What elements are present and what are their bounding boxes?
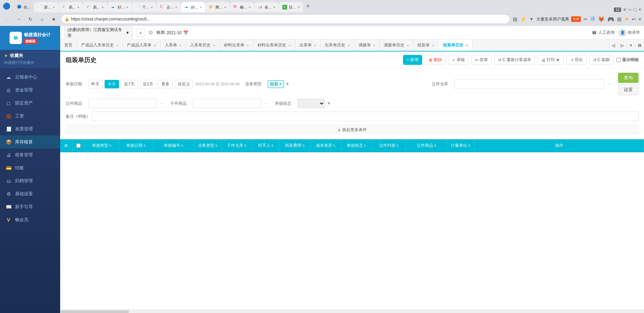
- settings-gear-button[interactable]: ⚙: [148, 29, 153, 36]
- parent-goods-input[interactable]: [88, 99, 157, 108]
- delete-button[interactable]: 🗑 删除: [425, 55, 446, 65]
- page-tab-close-7[interactable]: ×: [314, 43, 316, 47]
- query-button[interactable]: 查询: [618, 73, 639, 83]
- company-selector[interactable]: (勿删勿禁用）江西服宝测试专用 ▼: [64, 26, 133, 40]
- browser-tab-2[interactable]: 📄 新... ×: [34, 2, 58, 12]
- qr-code-button[interactable]: ⊞: [513, 16, 517, 23]
- sidebar-item-fund[interactable]: ◎ 资金管理: [0, 84, 60, 97]
- page-tab-5[interactable]: 材料出库单 ×: [220, 40, 253, 51]
- tab-close-3[interactable]: ×: [77, 5, 79, 9]
- sidebar-item-archive[interactable]: 🗂 归档管理: [0, 174, 60, 187]
- user-avatar[interactable]: 👤 徐泽华: [619, 29, 640, 37]
- custom-btn[interactable]: 自定义: [175, 80, 193, 88]
- tab-close-12[interactable]: ×: [297, 5, 299, 9]
- back-button[interactable]: ←: [3, 15, 12, 24]
- tab-close-2[interactable]: ×: [53, 5, 55, 9]
- tab-close-current[interactable]: ×: [627, 43, 635, 48]
- add-company-button[interactable]: +: [136, 29, 145, 37]
- page-tab-4[interactable]: 入库单历史 ×: [186, 40, 219, 51]
- scrollbar-thumb[interactable]: [61, 310, 129, 313]
- page-tab-close-4[interactable]: ×: [213, 43, 215, 47]
- page-tab-8[interactable]: 出库单历史 ×: [321, 40, 354, 51]
- page-tab-close-8[interactable]: ×: [348, 43, 350, 47]
- tabs-scroll-left[interactable]: ◁: [609, 43, 618, 48]
- notes-input[interactable]: [92, 112, 639, 121]
- emoji-button[interactable]: 🦊: [598, 16, 605, 23]
- th-check[interactable]: [72, 139, 85, 152]
- sidebar-item-basic[interactable]: ⚙ 基础设置: [0, 187, 60, 200]
- page-tab-9[interactable]: 调拨单 ×: [354, 40, 380, 51]
- audit-button[interactable]: ✓ 审核: [448, 55, 469, 65]
- browser-more-button[interactable]: ≡: [639, 16, 641, 22]
- tab-close-6[interactable]: ×: [151, 5, 153, 9]
- tab-close-10[interactable]: ×: [249, 5, 251, 9]
- browser-tab-4[interactable]: ✓ 易... ×: [83, 2, 107, 12]
- page-tab-close-6[interactable]: ×: [289, 43, 291, 47]
- page-tab-close-9[interactable]: ×: [373, 43, 375, 47]
- apps-button[interactable]: ⊞: [617, 16, 621, 23]
- th-handler[interactable]: 经手人 ⇅: [252, 139, 280, 152]
- page-tab-11[interactable]: 组装单 ×: [413, 40, 439, 51]
- reload-button[interactable]: ↻: [26, 15, 35, 24]
- sidebar-item-guide[interactable]: 📖 新手引导: [0, 200, 60, 213]
- maximize-button[interactable]: □: [633, 7, 636, 12]
- horizontal-scrollbar[interactable]: [60, 310, 644, 313]
- sidebar-item-settle[interactable]: 💳 结账: [0, 161, 60, 174]
- bill-status-select[interactable]: [297, 99, 325, 108]
- sidebar-item-inventory[interactable]: 📦 库存核算: [0, 136, 60, 148]
- th-parentlist[interactable]: 父件列表 ⇅: [372, 139, 406, 152]
- th-date[interactable]: 单据日期 ⇅: [119, 139, 153, 152]
- show-detail-toggle[interactable]: 显示明细: [616, 57, 639, 63]
- biz-tag-close[interactable]: ×: [279, 82, 282, 86]
- game-button[interactable]: 🎮: [607, 16, 614, 23]
- page-tab-1[interactable]: 产成品入库单历史 ×: [77, 40, 123, 51]
- settings-button[interactable]: ☀: [624, 16, 629, 23]
- browser-menu-icon[interactable]: ≡: [623, 7, 626, 12]
- tab-close-all[interactable]: ⊟: [635, 43, 644, 48]
- th-status[interactable]: 单据状态 ⇅: [341, 139, 372, 152]
- page-tab-10[interactable]: 调拨单历史 ×: [380, 40, 413, 51]
- parent-goods-more[interactable]: ···: [159, 101, 165, 106]
- sidebar-item-cloud-report[interactable]: ☁ 云报表中心: [0, 71, 60, 84]
- settings-filter-button[interactable]: 设置: [618, 84, 639, 95]
- show-detail-checkbox[interactable]: [616, 58, 621, 62]
- close-button[interactable]: ×: [639, 7, 641, 12]
- sidebar-item-fixed-asset[interactable]: ◻ 固定资产: [0, 97, 60, 110]
- translate-button[interactable]: 译: [590, 16, 595, 22]
- browser-tab-10[interactable]: M 畅... ×: [230, 2, 254, 12]
- page-tab-close-3[interactable]: ×: [179, 43, 182, 47]
- th-unit[interactable]: 计量单位 ⇅: [447, 139, 474, 152]
- print-button[interactable]: 🖨 打印 ▼: [538, 55, 564, 65]
- address-bar[interactable]: 🔒 https://cloud.chanjet.com/accounting/u…: [61, 14, 510, 24]
- page-tab-2[interactable]: 产成品入库单 ×: [123, 40, 160, 51]
- parent-wh-input[interactable]: [454, 79, 604, 89]
- th-parentgoods[interactable]: 父件商品 ⇅: [406, 139, 447, 152]
- tab-close-5[interactable]: ×: [126, 5, 128, 9]
- page-tab-6[interactable]: 材料出库单历史 ×: [253, 40, 295, 51]
- sub-goods-input[interactable]: [193, 99, 261, 108]
- recalculate-button[interactable]: ↺ C 重新计算成本: [494, 55, 535, 65]
- page-tab-close-12[interactable]: ×: [466, 43, 468, 47]
- period-selector[interactable]: 账期 2021-10 📅: [157, 30, 188, 35]
- bookmark-sub[interactable]: 快捷键打开收藏夹: [4, 60, 56, 65]
- biz-type-dropdown[interactable]: ▼: [285, 82, 290, 86]
- tab-close-8[interactable]: ×: [200, 5, 202, 9]
- export-button[interactable]: ↗ 导出: [566, 55, 587, 65]
- parent-wh-more[interactable]: ···: [606, 82, 613, 86]
- last-month-btn[interactable]: 近1月: [140, 80, 157, 88]
- browser-tab-7[interactable]: C 企... ×: [157, 2, 181, 12]
- page-tab-close-1[interactable]: ×: [116, 43, 118, 47]
- page-tab-close-5[interactable]: ×: [247, 43, 249, 47]
- abandon-button[interactable]: ↩ 弃审: [471, 55, 492, 65]
- lightning-button[interactable]: ⚡: [520, 16, 527, 23]
- more-btn[interactable]: 更多: [158, 80, 173, 88]
- sidebar-item-invoice[interactable]: 🧾 发票管理: [0, 123, 60, 136]
- browser-tab-1[interactable]: 🔵 在...: [14, 2, 34, 12]
- browser-tab-12[interactable]: S 目... ×: [279, 2, 303, 12]
- browser-tab-5[interactable]: ☁ 好... ×: [108, 2, 132, 12]
- select-all-checkbox[interactable]: [76, 143, 81, 148]
- page-tab-home[interactable]: 首页: [60, 40, 77, 51]
- today-btn[interactable]: 今天: [105, 80, 119, 88]
- browser-tab-3[interactable]: ✓ 易... ×: [59, 2, 83, 12]
- yesterday-btn[interactable]: 昨天: [88, 80, 103, 88]
